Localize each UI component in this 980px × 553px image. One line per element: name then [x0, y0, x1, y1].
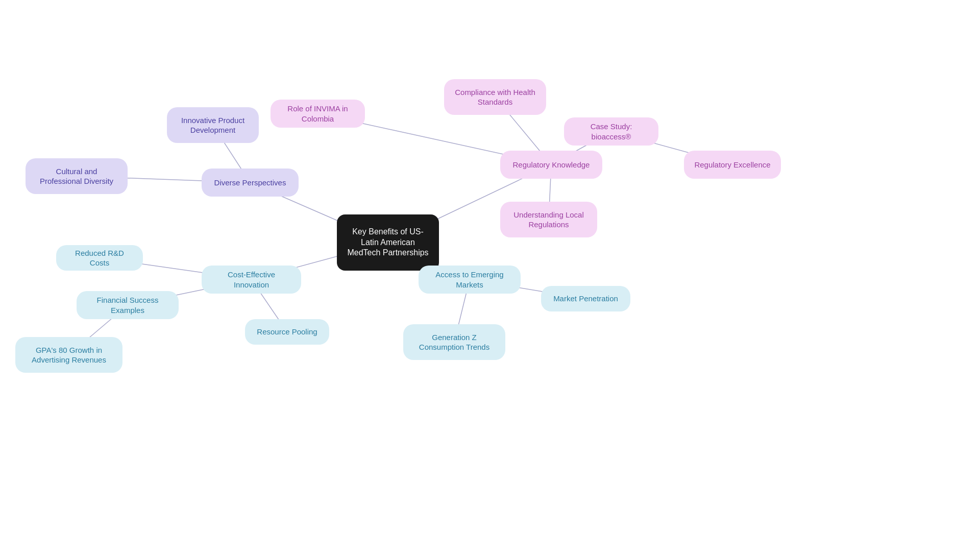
- node-compliance-health[interactable]: Compliance with Health Standards: [444, 79, 546, 115]
- node-cost-effective[interactable]: Cost-Effective Innovation: [202, 266, 301, 294]
- node-gpa-80[interactable]: GPA's 80 Growth in Advertising Revenues: [15, 337, 122, 373]
- node-cultural-diversity[interactable]: Cultural and Professional Diversity: [26, 158, 128, 194]
- node-understanding-local[interactable]: Understanding Local Regulations: [500, 202, 597, 237]
- node-center[interactable]: Key Benefits of US-Latin American MedTec…: [337, 214, 439, 271]
- node-generation-z[interactable]: Generation Z Consumption Trends: [403, 324, 505, 360]
- node-case-study[interactable]: Case Study: bioaccess®: [564, 117, 658, 146]
- node-regulatory-knowledge[interactable]: Regulatory Knowledge: [500, 151, 602, 179]
- node-financial-success[interactable]: Financial Success Examples: [77, 291, 179, 319]
- node-reduced-rd[interactable]: Reduced R&D Costs: [56, 245, 143, 271]
- node-resource-pooling[interactable]: Resource Pooling: [245, 319, 329, 345]
- node-regulatory-excellence[interactable]: Regulatory Excellence: [684, 151, 781, 179]
- node-diverse-perspectives[interactable]: Diverse Perspectives: [202, 169, 299, 197]
- node-role-invima[interactable]: Role of INVIMA in Colombia: [271, 100, 365, 128]
- node-innovative-product[interactable]: Innovative Product Development: [167, 107, 259, 143]
- node-access-emerging[interactable]: Access to Emerging Markets: [419, 266, 521, 294]
- node-market-penetration[interactable]: Market Penetration: [541, 286, 630, 311]
- mind-map: Key Benefits of US-Latin American MedTec…: [0, 0, 980, 553]
